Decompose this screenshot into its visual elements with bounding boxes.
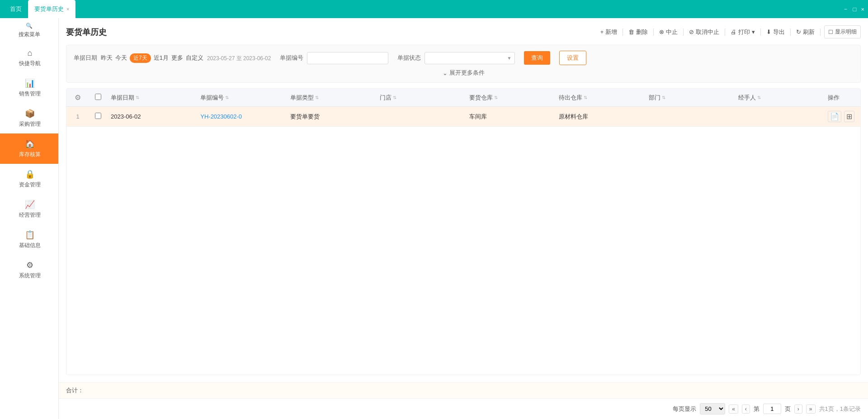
th-date[interactable]: 单据日期 ⇅ [107,89,197,107]
prev-page-btn[interactable]: ‹ [742,405,750,414]
sidebar-item-sales-label: 销售管理 [19,90,41,98]
row-checkbox[interactable] [95,113,101,119]
shortcut-yesterday[interactable]: 昨天 [101,54,113,62]
divider-2 [653,29,654,36]
add-btn[interactable]: + 新增 [599,28,619,36]
cell-number: YH-20230602-0 [197,107,286,127]
th-pending-warehouse[interactable]: 待出仓库 ⇅ [555,89,645,107]
expand-label: 展开更多条件 [449,69,485,77]
sidebar-item-basic-info[interactable]: 📋 基础信息 [0,224,58,255]
page-info: 共1页，1条记录 [819,405,861,413]
cancel-stop-btn[interactable]: ⊘ 取消中止 [687,28,721,36]
window-minimize-btn[interactable]: － [843,5,849,13]
th-store[interactable]: 门店 ⇅ [376,89,466,107]
sidebar-search-label: 搜索菜单 [19,31,40,38]
sidebar-item-purchase-label: 采购管理 [19,120,41,128]
sort-store-icon: ⇅ [393,95,396,100]
th-pending-warehouse-label: 待出仓库 [559,94,582,102]
tab-home-label: 首页 [10,5,22,13]
date-filter-label: 单据日期 [74,54,97,62]
shortcut-today[interactable]: 今天 [115,54,127,62]
sort-pending-warehouse-icon: ⇅ [584,95,587,100]
cell-pending-warehouse: 原材料仓库 [555,107,645,127]
tab-home[interactable]: 首页 [4,0,28,18]
th-department[interactable]: 部门 ⇅ [645,89,735,107]
sort-type-icon: ⇅ [315,95,319,100]
tab-order-history[interactable]: 要货单历史 × [28,0,75,18]
sidebar-item-purchase[interactable]: 📦 采购管理 [0,103,58,133]
th-req-warehouse[interactable]: 要货仓库 ⇅ [466,89,555,107]
th-handler[interactable]: 经手人 ⇅ [735,89,824,107]
print-label: 打印 [738,28,750,36]
table-row[interactable]: 1 2023-06-02 YH-20230602-0 要货单要货 车间库 [66,107,860,127]
sidebar-item-inventory-label: 库存核算 [19,151,41,158]
print-btn[interactable]: 🖨 打印 ▾ [729,28,757,36]
refresh-btn[interactable]: ↻ 刷新 [794,28,816,36]
date-range-text: 2023-05-27 至 2023-06-02 [207,55,271,62]
sidebar-item-operations[interactable]: 📈 经营管理 [0,194,58,224]
cell-store [376,107,466,127]
sidebar-item-finance[interactable]: 🔒 资金管理 [0,164,58,194]
sidebar-item-inventory[interactable]: 🏠 库存核算 [0,133,58,164]
query-btn[interactable]: 查询 [524,51,550,65]
table-summary: 合计： [59,382,868,398]
select-all-checkbox[interactable] [95,94,101,100]
shortcut-more[interactable]: 更多 [171,54,183,62]
operations-icon: 📈 [25,200,35,210]
cell-type: 要货单要货 [287,107,376,127]
filter-bar: 单据日期 昨天 今天 近7天 近1月 更多 自定义 2023-05-27 至 2… [66,45,861,83]
delete-btn[interactable]: 🗑 删除 [627,28,650,36]
page-size-select[interactable]: 50 100 200 [700,403,725,414]
box-icon: 📦 [25,109,35,119]
date-filter-group: 单据日期 昨天 今天 近7天 近1月 更多 自定义 2023-05-27 至 2… [74,53,271,63]
cell-department [645,107,735,127]
stop-label: 中止 [666,28,678,36]
last-page-btn[interactable]: » [806,405,816,414]
first-page-btn[interactable]: « [729,405,738,414]
sort-department-icon: ⇅ [662,95,665,100]
th-department-label: 部门 [649,94,660,102]
view-detail-icon[interactable]: 📄 [828,111,841,122]
doc-number-input[interactable] [307,52,388,64]
th-number-label: 单据编号 [200,94,224,102]
filter-row-1: 单据日期 昨天 今天 近7天 近1月 更多 自定义 2023-05-27 至 2… [74,51,853,65]
more-action-icon[interactable]: ⊞ [844,111,854,122]
shortcut-1month[interactable]: 近1月 [154,54,169,62]
search-icon: 🔍 [26,23,33,29]
doc-status-select-wrapper [425,52,515,64]
setting-btn[interactable]: 设置 [559,51,586,65]
export-btn[interactable]: ⬇ 导出 [764,28,787,36]
next-page-btn[interactable]: › [794,405,802,414]
sidebar-item-sales[interactable]: 📊 销售管理 [0,73,58,103]
sidebar-item-system[interactable]: ⚙ 系统管理 [0,255,58,285]
window-maximize-btn[interactable]: □ [853,6,857,13]
divider-1 [623,29,623,36]
cell-index: 1 [66,107,89,127]
divider-7 [820,29,821,36]
th-type[interactable]: 单据类型 ⇅ [287,89,376,107]
page-number-input[interactable] [763,404,781,414]
sidebar-item-quick-nav[interactable]: ⌂ 快捷导航 [0,43,58,73]
doc-number-link[interactable]: YH-20230602-0 [200,113,242,120]
th-operation-label: 操作 [828,94,840,101]
shortcut-custom[interactable]: 自定义 [186,54,203,62]
window-close-btn[interactable]: × [861,6,864,13]
display-detail-btn[interactable]: ☐ 显示明细 [824,25,861,38]
header-actions: + 新增 🗑 删除 ⊗ 中止 ⊘ 取消中止 [599,25,861,38]
page-label: 第 [754,405,760,413]
tab-close-icon[interactable]: × [66,6,69,12]
operation-icons: 📄 ⊞ [828,111,857,122]
sidebar-search[interactable]: 🔍 搜索菜单 [0,18,58,43]
th-number[interactable]: 单据编号 ⇅ [197,89,286,107]
column-settings-icon[interactable]: ⚙ [75,94,81,101]
cell-handler [735,107,824,127]
date-shortcuts: 昨天 今天 近7天 近1月 更多 自定义 [101,53,203,63]
sidebar-item-basic-info-label: 基础信息 [19,242,41,249]
doc-status-select[interactable] [425,52,515,64]
stop-btn[interactable]: ⊗ 中止 [657,28,679,36]
expand-more-btn[interactable]: ⌄ 展开更多条件 [74,69,853,77]
inventory-icon: 🏠 [25,139,35,149]
print-arrow-icon: ▾ [752,29,755,35]
shortcut-7days[interactable]: 近7天 [130,53,151,63]
doc-status-filter-group: 单据状态 [397,52,515,64]
